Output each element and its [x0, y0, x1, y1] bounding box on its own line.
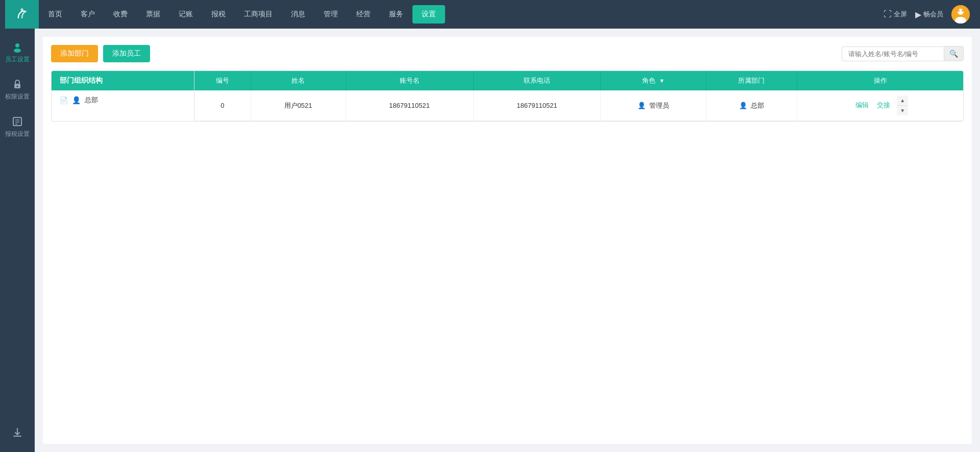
member-icon: ▶ [915, 10, 921, 19]
svg-point-1 [20, 8, 23, 11]
content-area: 添加部门 添加员工 🔍 部门组织结构 📄 👤 总部 [35, 29, 980, 452]
top-nav: 首页 客户 收费 票据 记账 报税 工商项目 消息 管理 经营 服务 设置 ⛶ … [0, 0, 980, 29]
nav-service[interactable]: 服务 [380, 0, 412, 29]
transfer-button[interactable]: 交接 [877, 101, 890, 109]
nav-operation[interactable]: 经营 [347, 0, 380, 29]
sidebar-item-taxsettings[interactable]: 报税设置 [0, 108, 35, 146]
col-account: 账号名 [346, 71, 473, 90]
scroll-controls: ▲ ▼ [897, 96, 908, 115]
svg-point-6 [962, 10, 964, 12]
nav-billing[interactable]: 收费 [104, 0, 137, 29]
table-header-row: 编号 姓名 账号名 联系电话 角色 ▼ 所属部门 操作 [194, 71, 963, 90]
table-row: 0 用户0521 18679110521 18679110521 👤 管理员 👤 [194, 90, 963, 121]
svg-point-8 [14, 49, 21, 53]
cell-actions: 编辑 交接 ▲ ▼ [797, 90, 963, 121]
add-department-button[interactable]: 添加部门 [51, 45, 98, 62]
col-id: 编号 [194, 71, 251, 90]
svg-point-5 [958, 10, 960, 12]
nav-business[interactable]: 工商项目 [235, 0, 282, 29]
edit-button[interactable]: 编辑 [855, 101, 869, 109]
scroll-up-button[interactable]: ▲ [897, 96, 908, 106]
sidebar-label-taxsettings: 报税设置 [5, 130, 30, 138]
svg-point-3 [958, 9, 964, 15]
add-employee-button[interactable]: 添加员工 [103, 45, 150, 62]
tree-item-label: 总部 [85, 96, 98, 105]
user-group-icon: 👤 [72, 96, 81, 104]
two-panel: 部门组织结构 📄 👤 总部 编号 姓名 账号名 [51, 70, 964, 122]
nav-invoice[interactable]: 票据 [137, 0, 169, 29]
svg-point-7 [15, 43, 19, 47]
cell-role: 👤 管理员 [601, 90, 706, 121]
search-input[interactable] [842, 46, 944, 61]
cell-phone: 18679110521 [473, 90, 601, 121]
left-sidebar: 员工设置 权限设置 报税设置 [0, 29, 35, 452]
sidebar-download-button[interactable] [0, 421, 35, 444]
col-name: 姓名 [251, 71, 346, 90]
logo [5, 0, 39, 29]
search-area: 🔍 [842, 46, 964, 61]
main-layout: 员工设置 权限设置 报税设置 [0, 29, 980, 452]
nav-settings[interactable]: 设置 [412, 5, 445, 23]
tax-settings-icon [11, 115, 23, 128]
member-label: 畅会员 [923, 10, 943, 19]
employee-table: 编号 姓名 账号名 联系电话 角色 ▼ 所属部门 操作 [194, 71, 963, 121]
nav-tax[interactable]: 报税 [202, 0, 235, 29]
department-tree-header: 部门组织结构 [52, 71, 194, 90]
role-label: 管理员 [649, 102, 669, 109]
scroll-down-button[interactable]: ▼ [897, 106, 908, 115]
col-action: 操作 [797, 71, 963, 90]
cell-name: 用户0521 [251, 90, 346, 121]
nav-home[interactable]: 首页 [39, 0, 71, 29]
member-button[interactable]: ▶ 畅会员 [915, 10, 943, 19]
search-icon: 🔍 [949, 50, 958, 58]
nav-customer[interactable]: 客户 [71, 0, 104, 29]
avatar[interactable] [951, 5, 970, 23]
nav-items: 首页 客户 收费 票据 记账 报税 工商项目 消息 管理 经营 服务 设置 [39, 0, 884, 29]
tree-item-headquarters[interactable]: 📄 👤 总部 [52, 90, 194, 110]
sidebar-item-employee[interactable]: 员工设置 [0, 34, 35, 71]
fullscreen-button[interactable]: ⛶ 全屏 [884, 10, 907, 19]
sidebar-label-employee: 员工设置 [5, 55, 30, 64]
svg-rect-15 [13, 436, 21, 437]
lock-icon [11, 78, 23, 90]
dept-label: 总部 [751, 102, 764, 109]
download-icon [11, 426, 23, 439]
content-inner: 添加部门 添加员工 🔍 部门组织结构 📄 👤 总部 [43, 37, 972, 444]
nav-manage[interactable]: 管理 [314, 0, 347, 29]
employee-table-panel: 编号 姓名 账号名 联系电话 角色 ▼ 所属部门 操作 [194, 71, 963, 121]
toolbar: 添加部门 添加员工 🔍 [51, 45, 964, 62]
fullscreen-label: 全屏 [894, 10, 907, 19]
cell-department: 👤 总部 [706, 90, 797, 121]
sidebar-item-permission[interactable]: 权限设置 [0, 71, 35, 108]
sidebar-label-permission: 权限设置 [5, 92, 30, 101]
cell-account: 18679110521 [346, 90, 473, 121]
doc-icon: 📄 [60, 97, 68, 104]
cell-id: 0 [194, 90, 251, 121]
col-department: 所属部门 [706, 71, 797, 90]
department-tree-panel: 部门组织结构 📄 👤 总部 [52, 71, 194, 121]
employee-icon [11, 41, 23, 53]
search-button[interactable]: 🔍 [944, 46, 964, 61]
col-phone: 联系电话 [473, 71, 601, 90]
top-nav-right: ⛶ 全屏 ▶ 畅会员 [884, 5, 980, 23]
role-user-icon: 👤 [638, 102, 646, 109]
sidebar-bottom [0, 421, 35, 452]
nav-message[interactable]: 消息 [282, 0, 314, 29]
nav-accounting[interactable]: 记账 [169, 0, 202, 29]
svg-point-10 [17, 86, 18, 87]
dept-user-icon: 👤 [739, 102, 747, 109]
filter-icon[interactable]: ▼ [659, 78, 665, 84]
col-role: 角色 ▼ [601, 71, 706, 90]
fullscreen-icon: ⛶ [884, 10, 892, 19]
